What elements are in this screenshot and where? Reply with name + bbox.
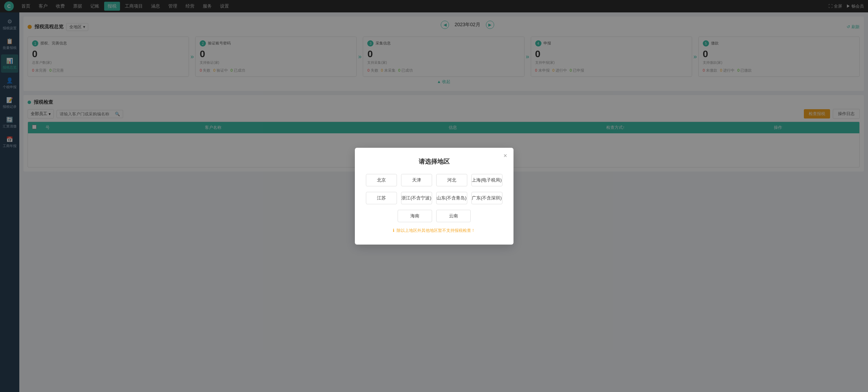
region-btn-yunnan[interactable]: 云南: [436, 210, 471, 222]
modal-close-btn[interactable]: ×: [503, 153, 507, 159]
region-btn-hainan[interactable]: 海南: [398, 210, 432, 222]
region-btn-shandong[interactable]: 山东(不含青岛): [436, 192, 467, 204]
region-btn-beijing[interactable]: 北京: [366, 174, 397, 186]
region-btn-shanghai[interactable]: 上海(电子税局): [471, 174, 502, 186]
region-select-modal: × 请选择地区 北京 天津 河北 上海(电子税局) 江苏 浙江(不含宁波) 山东…: [355, 148, 513, 245]
region-btn-guangdong[interactable]: 广东(不含深圳): [471, 192, 502, 204]
warning-icon: ℹ: [393, 228, 395, 233]
region-btn-jiangsu[interactable]: 江苏: [366, 192, 397, 204]
modal-warning: ℹ 除以上地区外其他地区暂不支持报税检查！: [366, 228, 502, 234]
warning-text: 除以上地区外其他地区暂不支持报税检查！: [397, 228, 475, 234]
region-btn-hebei[interactable]: 河北: [436, 174, 467, 186]
modal-region-grid-row2: 江苏 浙江(不含宁波) 山东(不含青岛) 广东(不含深圳): [366, 192, 502, 204]
modal-region-grid-row1: 北京 天津 河北 上海(电子税局): [366, 174, 502, 186]
region-btn-zhejiang[interactable]: 浙江(不含宁波): [401, 192, 432, 204]
modal-title: 请选择地区: [366, 157, 502, 166]
modal-region-row3: 海南 云南: [366, 210, 502, 222]
modal-overlay: × 请选择地区 北京 天津 河北 上海(电子税局) 江苏 浙江(不含宁波) 山东…: [0, 0, 868, 392]
region-btn-tianjin[interactable]: 天津: [401, 174, 432, 186]
